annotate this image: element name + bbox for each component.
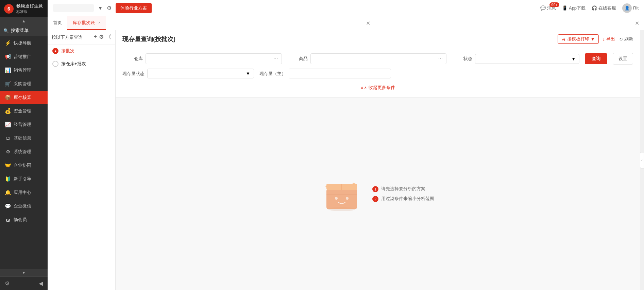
tip-1-text: 请先选择要分析的方案 <box>381 186 425 192</box>
enterprise-icon: 🤝 <box>5 162 11 168</box>
qty-range-from[interactable] <box>292 71 320 76</box>
message-icon: 💬 <box>540 5 546 11</box>
topbar-gear-button[interactable]: ⚙ <box>107 5 112 11</box>
appcenter-icon: 🔔 <box>5 189 11 196</box>
tab-close-button[interactable]: × <box>98 20 101 25</box>
right-panel: 现存量查询(按批次) 🖨 按模板打印 ▼ ↓ 导出 ↻ 刷新 <box>116 30 640 290</box>
sidebar-item-sales[interactable]: 📊 销售管理 <box>0 64 48 77</box>
tab-bar: 首页 库存批次账 × ✕ ✕ <box>48 16 644 30</box>
empty-tips: 1 请先选择要分析的方案 2 用过滤条件来缩小分析范围 <box>372 186 434 202</box>
left-panel: 按以下方案查询 + ⚙ 《 ● 按批次 按仓库+批次 <box>48 30 116 290</box>
content-area: 按以下方案查询 + ⚙ 《 ● 按批次 按仓库+批次 现存量查询(按批次) <box>48 30 644 290</box>
main-area: ▼ ⚙ 体验行业方案 💬 消息 99+ 📱 App下载 🎧 在线客服 👤 Rit <box>48 0 644 290</box>
topbar-actions: 💬 消息 99+ 📱 App下载 🎧 在线客服 👤 Rit <box>540 3 639 13</box>
topbar-search-box[interactable] <box>53 4 94 12</box>
filter-group-inv-status: 现存量状态 ▼ <box>122 69 254 78</box>
page-title-actions: 🖨 按模板打印 ▼ ↓ 导出 ↻ 刷新 <box>558 34 633 44</box>
sidebar-item-appcenter[interactable]: 🔔 应用中心 <box>0 186 48 199</box>
sidebar: 6 畅康通好生意 标准版 ▲ 🔍 搜索菜单 ⚡ 快捷导航 📢 营销推广 📊 销售… <box>0 0 48 290</box>
empty-icon: ✦ ✦ <box>321 174 362 214</box>
warehouse-label: 仓库 <box>122 56 143 62</box>
basics-icon: 🗂 <box>5 135 11 141</box>
filter-settings-button[interactable]: 设置 <box>613 53 633 65</box>
sidebar-item-enterprise[interactable]: 🤝 企业协同 <box>0 159 48 172</box>
inactive-scheme-dot <box>52 61 58 67</box>
filter-group-inv-qty: 现存量（主） — <box>259 69 391 78</box>
add-scheme-icon[interactable]: + <box>94 34 97 41</box>
empty-illustration: ✦ ✦ <box>321 174 362 214</box>
scheme-settings-icon[interactable]: ⚙ <box>99 34 104 41</box>
collapse-up-icon: ∧∧ <box>360 85 367 90</box>
topbar: ▼ ⚙ 体验行业方案 💬 消息 99+ 📱 App下载 🎧 在线客服 👤 Rit <box>48 0 644 16</box>
tab-panel-close[interactable]: ✕ <box>361 20 375 26</box>
export-button[interactable]: ↓ 导出 <box>603 36 615 42</box>
left-panel-actions: + ⚙ 《 <box>94 34 111 41</box>
sidebar-item-marketing[interactable]: 📢 营销推广 <box>0 50 48 64</box>
tab-home[interactable]: 首页 <box>48 16 67 30</box>
product-input[interactable]: ··· <box>310 53 447 64</box>
sidebar-item-operations[interactable]: 📈 经营管理 <box>0 118 48 131</box>
warehouse-input[interactable]: ··· <box>146 53 282 64</box>
collapse-panel-icon[interactable]: 《 <box>106 34 111 41</box>
finance-icon: 💰 <box>5 108 11 114</box>
sidebar-item-corpwechat[interactable]: 💬 企业微信 <box>0 199 48 213</box>
scheme-item-by-warehouse-batch[interactable]: 按仓库+批次 <box>48 57 115 70</box>
close-right-panel[interactable]: ✕ <box>630 20 644 26</box>
user-menu-button[interactable]: 👤 Rit <box>622 3 639 13</box>
status-select[interactable]: ▼ <box>475 54 579 64</box>
topbar-search-input[interactable] <box>56 5 84 11</box>
sidebar-header: 6 畅康通好生意 标准版 <box>0 0 48 17</box>
inventory-qty-label: 现存量（主） <box>259 71 286 77</box>
range-dash: — <box>322 71 327 76</box>
app-title: 畅康通好生意 标准版 <box>16 3 43 14</box>
sidebar-item-system[interactable]: ⚙ 系统管理 <box>0 145 48 159</box>
sidebar-item-purchase[interactable]: 🛒 采购管理 <box>0 77 48 91</box>
sidebar-item-basics[interactable]: 🗂 基础信息 <box>0 131 48 145</box>
sidebar-scroll-down[interactable]: ▼ <box>0 269 48 276</box>
tab-inventory-batch[interactable]: 库存批次账 × <box>67 16 106 30</box>
sidebar-scroll-up[interactable]: ▲ <box>0 17 48 25</box>
filter-group-status: 状态 ▼ <box>452 54 579 64</box>
right-panel-toggle[interactable]: ‹ <box>640 152 644 168</box>
footer-settings-icon[interactable]: ⚙ <box>5 280 10 287</box>
sidebar-item-newcomer[interactable]: 🔰 新手引导 <box>0 172 48 186</box>
qty-range-to[interactable] <box>329 71 357 76</box>
inventory-status-select[interactable]: ▼ <box>147 69 254 78</box>
sidebar-item-inventory[interactable]: 📦 库存核算 <box>0 91 48 104</box>
phone-icon: 📱 <box>562 5 567 11</box>
footer-collapse-icon[interactable]: ◀ <box>39 280 43 287</box>
print-dropdown-icon: ▼ <box>591 37 595 42</box>
refresh-button[interactable]: ↻ 刷新 <box>619 36 633 42</box>
quick-nav-icon: ⚡ <box>5 40 11 46</box>
refresh-icon: ↻ <box>619 37 623 42</box>
print-icon: 🖨 <box>561 37 566 42</box>
inventory-status-label: 现存量状态 <box>122 71 145 77</box>
industry-solution-button[interactable]: 体验行业方案 <box>116 3 152 13</box>
inv-status-dropdown-icon: ▼ <box>246 71 250 76</box>
tip-2-text: 用过滤条件来缩小分析范围 <box>381 196 434 202</box>
tip-1-number: 1 <box>372 186 378 192</box>
tip-2-number: 2 <box>372 196 378 202</box>
username-label: Rit <box>633 5 639 11</box>
sidebar-item-member[interactable]: 🎟 畅会员 <box>0 213 48 226</box>
inventory-qty-range[interactable]: — <box>289 69 391 78</box>
svg-rect-1 <box>326 189 357 209</box>
topbar-dropdown-button[interactable]: ▼ <box>98 5 103 11</box>
scheme-item-by-batch[interactable]: ● 按批次 <box>48 44 115 57</box>
product-dots[interactable]: ··· <box>438 56 443 62</box>
purchase-icon: 🛒 <box>5 81 11 87</box>
app-logo: 6 <box>4 4 14 14</box>
print-button[interactable]: 🖨 按模板打印 ▼ <box>558 34 599 44</box>
collapse-filters-button[interactable]: ∧∧ 收起更多条件 <box>122 83 633 93</box>
sidebar-search[interactable]: 🔍 搜索菜单 <box>0 25 48 36</box>
active-scheme-dot: ● <box>52 48 58 54</box>
query-button[interactable]: 查询 <box>585 53 607 64</box>
messages-button[interactable]: 💬 消息 99+ <box>540 5 556 11</box>
sidebar-item-quick-nav[interactable]: ⚡ 快捷导航 <box>0 36 48 50</box>
warehouse-dots[interactable]: ··· <box>273 56 278 62</box>
sidebar-item-finance[interactable]: 💰 资金管理 <box>0 104 48 118</box>
operations-icon: 📈 <box>5 122 11 128</box>
app-download-button[interactable]: 📱 App下载 <box>562 5 586 11</box>
online-service-button[interactable]: 🎧 在线客服 <box>592 5 616 11</box>
filter-group-product: 商品 ··· <box>287 53 447 64</box>
